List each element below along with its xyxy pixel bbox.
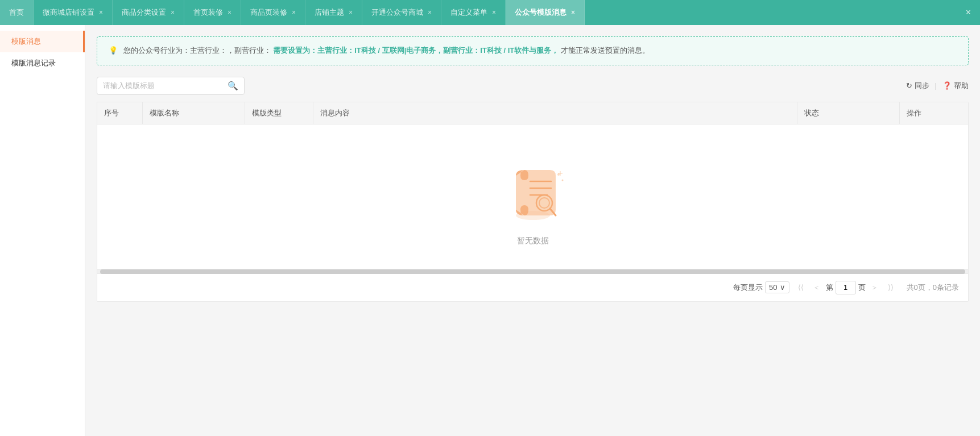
sidebar-item-template-msg-record[interactable]: 模版消息记录 <box>0 52 85 74</box>
toolbar-right: ↻ 同步 | ❓ 帮助 <box>906 81 969 91</box>
nav-tab-home-label: 首页 <box>9 7 24 18</box>
help-button[interactable]: ❓ 帮助 <box>942 81 969 91</box>
main-layout: 模版消息 模版消息记录 💡 您的公众号行业为：主营行业：，副营行业： 需要设置为… <box>0 25 980 436</box>
search-input[interactable] <box>103 81 228 90</box>
th-action: 操作 <box>900 102 968 124</box>
th-seq: 序号 <box>97 102 143 124</box>
nav-tab-theme-label: 店铺主题 <box>315 7 344 18</box>
page-size-select: 每页显示 50 ∨ <box>733 281 789 293</box>
nav-tab-template-msg[interactable]: 公众号模版消息 × <box>506 0 585 25</box>
page-next-button[interactable]: ＞ <box>868 281 882 294</box>
notice-highlight: 需要设置为：主营行业：IT科技 / 互联网|电子商务，副营行业：IT科技 / I… <box>273 46 559 55</box>
nav-tab-wechat-shop-label: 微商城店铺设置 <box>43 7 94 18</box>
th-status: 状态 <box>797 102 900 124</box>
page-size-label: 每页显示 <box>733 283 763 293</box>
nav-tab-category[interactable]: 商品分类设置 × <box>113 0 184 25</box>
th-type: 模版类型 <box>245 102 313 124</box>
table-header: 序号 模版名称 模版类型 消息内容 状态 操作 <box>97 102 968 124</box>
sidebar-item-template-msg-label: 模版消息 <box>11 37 41 45</box>
empty-illustration <box>499 159 567 227</box>
page-size-dropdown[interactable]: 50 ∨ <box>765 281 789 293</box>
nav-tab-custom-menu[interactable]: 自定义菜单 × <box>441 0 506 25</box>
notice-prefix: 您的公众号行业为：主营行业：，副营行业： <box>123 46 271 55</box>
page-number-input[interactable] <box>836 281 856 294</box>
help-label: 帮助 <box>954 81 969 91</box>
sync-icon: ↻ <box>906 81 912 90</box>
scroll-thumb[interactable] <box>100 269 965 274</box>
notice-box: 💡 您的公众号行业为：主营行业：，副营行业： 需要设置为：主营行业：IT科技 /… <box>97 36 969 65</box>
nav-tab-open-mall[interactable]: 开通公众号商城 × <box>362 0 441 25</box>
nav-tab-open-mall-close[interactable]: × <box>428 9 432 16</box>
th-name: 模版名称 <box>143 102 245 124</box>
help-icon: ❓ <box>942 81 952 90</box>
chevron-down-icon: ∨ <box>780 283 785 292</box>
search-bar: 🔍 ↻ 同步 | ❓ 帮助 <box>97 77 969 95</box>
pagination: 每页显示 50 ∨ ⟨⟨ ＜ 第 页 ＞ ⟩⟩ 共0页，0条记录 <box>97 273 968 301</box>
search-icon[interactable]: 🔍 <box>228 81 238 91</box>
page-first-button[interactable]: ⟨⟨ <box>794 281 808 294</box>
sidebar: 模版消息 模版消息记录 <box>0 25 85 436</box>
data-table: 序号 模版名称 模版类型 消息内容 状态 操作 <box>97 102 969 302</box>
nav-tab-custom-menu-label: 自定义菜单 <box>450 7 487 18</box>
page-label-before: 第 <box>826 283 833 293</box>
page-label-after: 页 <box>858 283 866 293</box>
page-prev-button[interactable]: ＜ <box>810 281 824 294</box>
nav-tab-wechat-shop-close[interactable]: × <box>99 9 103 16</box>
nav-tab-theme-close[interactable]: × <box>349 9 353 16</box>
nav-tab-home-decor-label: 首页装修 <box>193 7 223 18</box>
nav-tab-wechat-shop[interactable]: 微商城店铺设置 × <box>34 0 113 25</box>
horizontal-scrollbar[interactable] <box>97 269 968 273</box>
empty-state: 暂无数据 <box>97 124 968 269</box>
sync-label: 同步 <box>915 81 929 91</box>
nav-tab-product-decor[interactable]: 商品页装修 × <box>241 0 305 25</box>
nav-tab-product-decor-close[interactable]: × <box>292 9 296 16</box>
search-input-wrap[interactable]: 🔍 <box>97 77 245 95</box>
total-info: 共0页，0条记录 <box>907 283 959 293</box>
sync-button[interactable]: ↻ 同步 <box>906 81 929 91</box>
page-size-value: 50 <box>769 283 777 292</box>
page-last-button[interactable]: ⟩⟩ <box>884 281 898 294</box>
nav-tab-category-close[interactable]: × <box>171 9 175 16</box>
empty-text: 暂无数据 <box>517 236 549 246</box>
nav-tab-open-mall-label: 开通公众号商城 <box>371 7 423 18</box>
toolbar-divider: | <box>935 81 937 90</box>
nav-tab-custom-menu-close[interactable]: × <box>492 9 496 16</box>
svg-point-8 <box>561 179 563 181</box>
page-navigation: ⟨⟨ ＜ 第 页 ＞ ⟩⟩ <box>794 281 898 294</box>
sidebar-item-template-msg-record-label: 模版消息记录 <box>11 59 56 67</box>
nav-tab-template-msg-label: 公众号模版消息 <box>515 7 567 18</box>
nav-tab-home-decor[interactable]: 首页装修 × <box>184 0 241 25</box>
nav-tab-home[interactable]: 首页 <box>0 0 34 25</box>
top-nav: 首页 微商城店铺设置 × 商品分类设置 × 首页装修 × 商品页装修 × 店铺主… <box>0 0 980 25</box>
notice-icon: 💡 <box>109 46 118 55</box>
close-all-button[interactable]: × <box>957 7 980 18</box>
content-area: 💡 您的公众号行业为：主营行业：，副营行业： 需要设置为：主营行业：IT科技 /… <box>85 25 980 436</box>
sidebar-item-template-msg[interactable]: 模版消息 <box>0 31 85 52</box>
nav-tab-product-decor-label: 商品页装修 <box>250 7 287 18</box>
nav-tab-theme[interactable]: 店铺主题 × <box>305 0 362 25</box>
nav-tab-home-decor-close[interactable]: × <box>228 9 231 16</box>
nav-tab-category-label: 商品分类设置 <box>122 7 166 18</box>
notice-suffix: 才能正常发送预置的消息。 <box>561 46 650 55</box>
th-content: 消息内容 <box>313 102 797 124</box>
nav-tab-template-msg-close[interactable]: × <box>571 9 575 16</box>
